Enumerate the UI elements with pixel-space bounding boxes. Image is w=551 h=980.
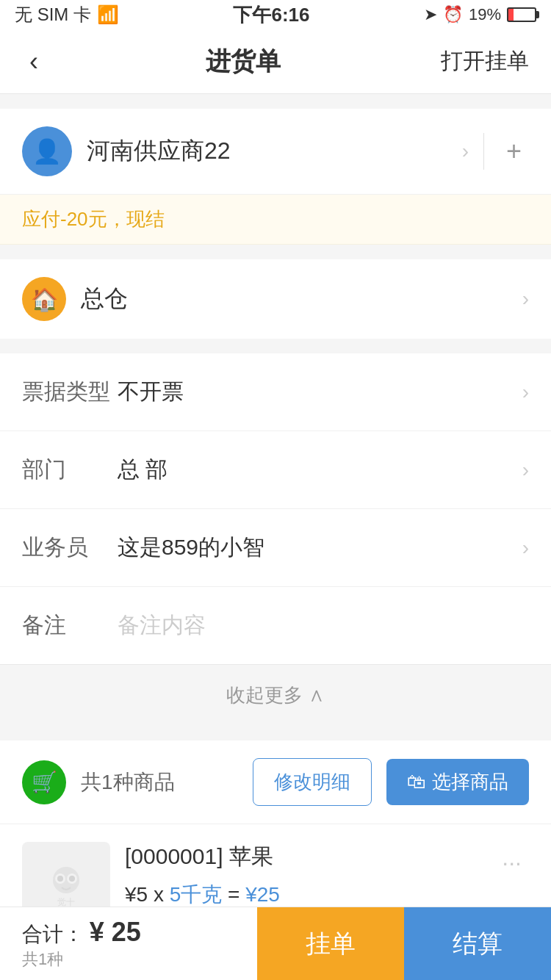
product-price: ¥5 x 5千克 = ¥25 (125, 881, 494, 909)
total-row: 合计： ¥ 25 (22, 917, 235, 948)
product-header: 🛒 共1种商品 修改明细 🛍 选择商品 (0, 741, 551, 824)
product-thumb-inner: 觉十 (44, 864, 88, 908)
salesperson-label: 业务员 (22, 533, 110, 563)
battery-icon (507, 7, 536, 22)
hang-order-button[interactable]: 挂单 (257, 907, 404, 981)
sim-status: 无 SIM 卡 (15, 3, 91, 26)
warehouse-section: 🏠 总仓 › (0, 259, 551, 339)
open-pending-button[interactable]: 打开挂单 (441, 46, 529, 76)
ticket-type-value: 不开票 (110, 377, 522, 407)
remark-label: 备注 (22, 610, 110, 641)
price-equals: = (222, 883, 245, 906)
ticket-type-label: 票据类型 (22, 377, 110, 407)
warehouse-chevron-icon: › (522, 287, 529, 311)
svg-text:觉十: 觉十 (57, 897, 75, 907)
warehouse-name: 总仓 (81, 283, 522, 315)
supplier-chevron-icon: › (462, 140, 469, 163)
location-icon: ➤ (424, 5, 437, 24)
department-row[interactable]: 部门 总 部 › (0, 431, 551, 509)
gap-4 (0, 726, 551, 741)
add-button[interactable]: + (499, 136, 529, 167)
status-bar: 无 SIM 卡 📶 下午6:16 ➤ ⏰ 19% (0, 0, 551, 29)
product-name: [0000001] 苹果 (125, 842, 494, 872)
house-icon: 🏠 (31, 287, 58, 312)
department-value: 总 部 (110, 455, 522, 485)
supplier-name: 河南供应商22 (87, 135, 462, 167)
wifi-icon: 📶 (97, 4, 119, 25)
alarm-icon: ⏰ (443, 5, 463, 24)
total-area: 合计： ¥ 25 共1种 (0, 917, 257, 970)
remark-row[interactable]: 备注 备注内容 (0, 587, 551, 664)
salesperson-chevron-icon: › (522, 536, 529, 560)
product-thumb-logo: 觉十 (44, 864, 88, 908)
ticket-type-row[interactable]: 票据类型 不开票 › (0, 353, 551, 431)
supplier-section: 👤 河南供应商22 › + 应付-20元，现结 (0, 109, 551, 245)
back-button[interactable]: ‹ (22, 39, 46, 84)
select-icon: 🛍 (407, 771, 426, 793)
warehouse-row[interactable]: 🏠 总仓 › (0, 259, 551, 339)
battery-percent: 19% (469, 5, 501, 24)
bottom-bar: 合计： ¥ 25 共1种 挂单 结算 (0, 907, 551, 980)
select-product-button[interactable]: 🛍 选择商品 (386, 759, 529, 805)
total-sub: 共1种 (22, 948, 235, 970)
product-more-button[interactable]: ··· (494, 842, 529, 884)
gap-2 (0, 245, 551, 259)
salesperson-row[interactable]: 业务员 这是859的小智 › (0, 509, 551, 587)
price-total: ¥25 (245, 883, 280, 906)
checkout-button[interactable]: 结算 (404, 907, 551, 981)
collapse-label: 收起更多 ∧ (226, 684, 324, 706)
checkout-label: 结算 (453, 927, 503, 961)
department-chevron-icon: › (522, 458, 529, 482)
total-label: 合计： (22, 923, 84, 945)
total-amount: ¥ 25 (90, 917, 141, 947)
notice-bar: 应付-20元，现结 (0, 195, 551, 245)
status-left: 无 SIM 卡 📶 (15, 3, 119, 26)
price-prefix: ¥5 x (125, 883, 170, 906)
ticket-type-chevron-icon: › (522, 381, 529, 404)
form-section: 票据类型 不开票 › 部门 总 部 › 业务员 这是859的小智 › 备注 备注… (0, 353, 551, 664)
status-time: 下午6:16 (233, 2, 309, 28)
supplier-avatar: 👤 (22, 126, 72, 176)
cart-icon: 🛒 (32, 770, 57, 794)
page-title: 进货单 (206, 45, 281, 79)
collapse-bar[interactable]: 收起更多 ∧ (0, 664, 551, 726)
select-product-label: 选择商品 (432, 769, 508, 795)
vertical-divider (483, 133, 484, 170)
supplier-row[interactable]: 👤 河南供应商22 › + (0, 109, 551, 195)
notice-text: 应付-20元，现结 (22, 208, 165, 230)
gap-1 (0, 94, 551, 109)
svg-point-4 (69, 876, 75, 882)
product-count: 共1种商品 (81, 768, 253, 796)
warehouse-icon: 🏠 (22, 277, 66, 321)
price-qty: 5千克 (170, 883, 223, 906)
edit-detail-button[interactable]: 修改明细 (253, 758, 372, 806)
salesperson-value: 这是859的小智 (110, 533, 522, 563)
svg-point-3 (57, 876, 63, 882)
department-label: 部门 (22, 455, 110, 485)
status-right: ➤ ⏰ 19% (424, 5, 536, 24)
product-header-icon: 🛒 (22, 760, 66, 804)
edit-detail-label: 修改明细 (274, 771, 350, 793)
remark-placeholder: 备注内容 (110, 610, 529, 641)
nav-bar: ‹ 进货单 打开挂单 (0, 29, 551, 94)
hang-order-label: 挂单 (306, 927, 356, 961)
gap-3 (0, 339, 551, 353)
product-info: [0000001] 苹果 ¥5 x 5千克 = ¥25 (125, 842, 494, 909)
avatar-icon: 👤 (32, 137, 62, 165)
